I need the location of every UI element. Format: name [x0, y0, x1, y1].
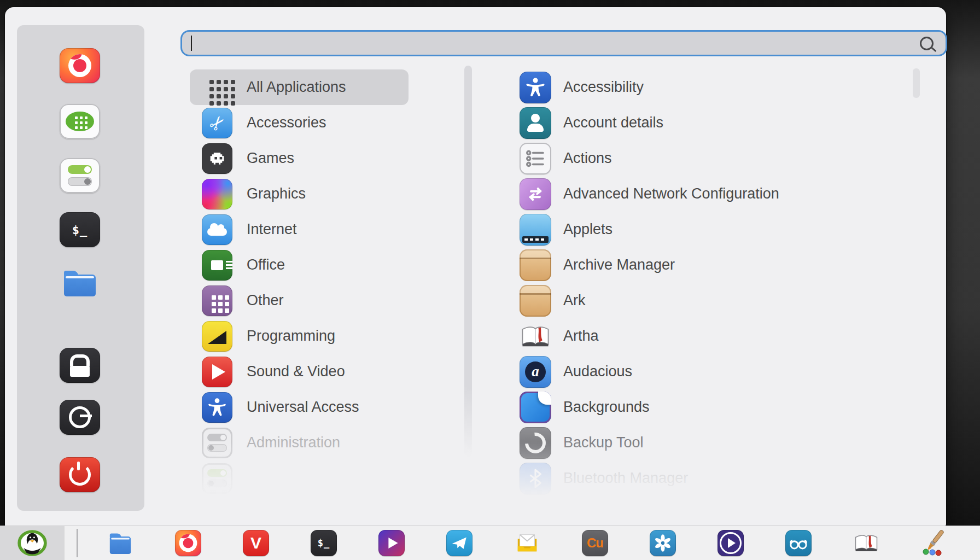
- dictionary-book-icon: [853, 532, 879, 554]
- sidebar-system-settings-button[interactable]: [59, 158, 101, 194]
- app-backgrounds[interactable]: Backgrounds: [509, 389, 935, 425]
- sidebar-firefox-button[interactable]: [59, 48, 101, 84]
- sidebar-lock-screen-button[interactable]: [59, 347, 101, 383]
- app-archive-manager[interactable]: Archive Manager: [509, 247, 935, 283]
- taskbar-dictionary-button[interactable]: [853, 530, 879, 556]
- network-arrows-icon: [520, 178, 551, 210]
- application-scrollbar[interactable]: [913, 68, 920, 98]
- audacious-a-icon: a: [520, 356, 551, 388]
- category-games[interactable]: Games: [190, 141, 409, 176]
- user-bust-icon: [520, 107, 551, 139]
- accessibility-icon: [202, 392, 232, 423]
- category-office[interactable]: Office: [190, 247, 409, 283]
- category-sound-video[interactable]: Sound & Video: [190, 354, 409, 389]
- sidebar-files-button[interactable]: [59, 265, 101, 301]
- archive-box-icon: [520, 249, 551, 281]
- goggles-glasses-icon: [788, 532, 809, 554]
- sidebar-software-manager-button[interactable]: [59, 103, 101, 139]
- terminal-icon: $_: [60, 212, 100, 247]
- rainbow-gradient-icon: [202, 179, 232, 209]
- mint-menu-tux-icon: [16, 529, 48, 557]
- telegram-icon: [450, 534, 469, 552]
- terminal-icon: $_: [318, 538, 330, 549]
- cloud-icon: [202, 214, 232, 245]
- toggles-icon: [202, 428, 232, 458]
- taskbar-menu-button[interactable]: [0, 526, 65, 560]
- sidebar-terminal-button[interactable]: $_: [59, 212, 101, 248]
- app-actions[interactable]: Actions: [509, 141, 935, 176]
- taskbar-paint-button[interactable]: [921, 530, 947, 556]
- taskbar-photos-button[interactable]: [650, 530, 676, 556]
- taskbar-firefox-button[interactable]: [175, 530, 201, 556]
- app-advanced-network-configuration[interactable]: Advanced Network Configuration: [509, 176, 935, 212]
- document-icon: [202, 250, 232, 281]
- search-input[interactable]: [180, 30, 947, 56]
- scissors-icon: ✂: [202, 108, 232, 138]
- taskbar-telegram-button[interactable]: [446, 530, 472, 556]
- lock-screen-icon: [60, 348, 100, 383]
- play-icon: [202, 357, 232, 387]
- sidebar-shutdown-button[interactable]: [59, 457, 101, 493]
- mpv-circled-play-icon: [720, 532, 742, 554]
- task-list-icon: [520, 143, 551, 174]
- category-all-applications[interactable]: All Applications: [190, 69, 409, 105]
- bluetooth-icon: [520, 463, 551, 494]
- category-cut-off[interactable]: [190, 460, 409, 496]
- media-player-play-icon: [388, 538, 398, 549]
- text-cursor: [191, 36, 192, 51]
- wallpaper-icon: [520, 392, 551, 423]
- taskbar: V $_ Cu: [0, 526, 980, 560]
- taskbar-mail-button[interactable]: [514, 530, 540, 556]
- category-programming[interactable]: Programming: [190, 318, 409, 354]
- taskbar-files-button[interactable]: [107, 530, 133, 556]
- archive-box-icon: [520, 285, 551, 317]
- taskbar-terminal-button[interactable]: $_: [311, 530, 337, 556]
- category-universal-access[interactable]: Universal Access: [190, 389, 409, 425]
- app-audacious[interactable]: a Audacious: [509, 354, 935, 389]
- system-settings-toggles-icon: [60, 158, 100, 193]
- category-internet[interactable]: Internet: [190, 212, 409, 247]
- taskbar-media-player-button[interactable]: [378, 530, 405, 556]
- mail-tray-icon: [515, 530, 540, 556]
- sidebar-logout-button[interactable]: [59, 399, 101, 435]
- open-book-icon: [520, 320, 551, 352]
- taskbar-cu-app-button[interactable]: Cu: [582, 530, 608, 556]
- ramp-icon: [202, 321, 232, 352]
- taskbar-vivaldi-button[interactable]: V: [243, 530, 269, 556]
- files-folder-icon: [60, 266, 100, 301]
- category-administration[interactable]: Administration: [190, 425, 409, 460]
- taskbar-mpv-button[interactable]: [718, 530, 744, 556]
- app-account-details[interactable]: Account details: [509, 105, 935, 141]
- category-graphics[interactable]: Graphics: [190, 176, 409, 212]
- menu-sidebar: $_: [17, 25, 144, 511]
- firefox-icon: [179, 534, 197, 552]
- all-applications-grid-icon: [202, 72, 232, 103]
- app-backup-tool[interactable]: Backup Tool: [509, 425, 935, 460]
- category-list: All Applications ✂ Accessories Games Gra…: [190, 69, 409, 496]
- firefox-icon: [60, 48, 100, 83]
- panel-applet-icon: [520, 214, 551, 246]
- taskbar-launchers: V $_ Cu: [107, 530, 947, 556]
- photos-pinwheel-icon: [652, 533, 673, 553]
- app-bluetooth-manager[interactable]: Bluetooth Manager: [509, 460, 935, 496]
- mint-menu-panel: $_ All Applications ✂ Accesso: [5, 7, 946, 526]
- toggles-green-icon: [202, 463, 232, 494]
- app-artha[interactable]: Artha: [509, 318, 935, 354]
- files-folder-icon: [110, 536, 131, 554]
- category-scrollbar[interactable]: [464, 66, 472, 457]
- category-other[interactable]: Other: [190, 283, 409, 318]
- grid-icon: [202, 285, 232, 316]
- shutdown-power-icon: [60, 457, 100, 492]
- app-applets[interactable]: Applets: [509, 212, 935, 247]
- magnifier-icon: [920, 37, 934, 50]
- category-accessories[interactable]: ✂ Accessories: [190, 105, 409, 141]
- software-manager-icon: [60, 104, 100, 139]
- app-ark[interactable]: Ark: [509, 283, 935, 318]
- taskbar-separator: [77, 529, 78, 557]
- vivaldi-icon: V: [250, 534, 261, 552]
- cu-app-icon: Cu: [587, 535, 603, 551]
- logout-icon: [60, 400, 100, 435]
- app-accessibility[interactable]: Accessibility: [509, 69, 935, 105]
- taskbar-music-manager-button[interactable]: [785, 530, 812, 556]
- application-list: Accessibility Account details Actions Ad…: [509, 69, 935, 496]
